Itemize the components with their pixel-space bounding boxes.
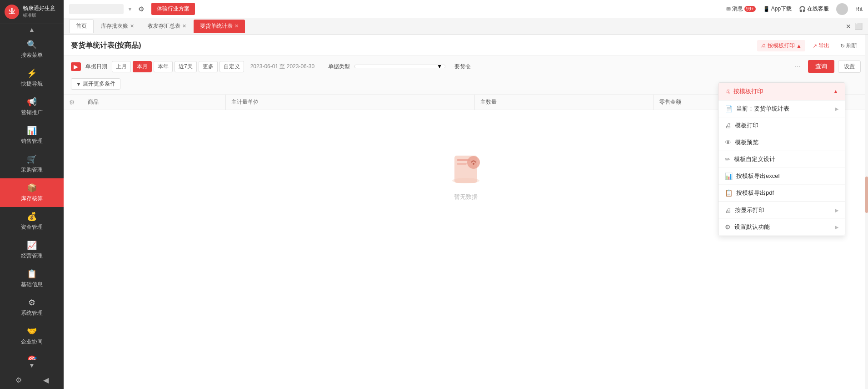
sidebar-scroll-down[interactable]: ▼ bbox=[0, 360, 64, 371]
tab-bar: 首页 库存批次账 ✕ 收发存汇总表 ✕ 要货单统计表 ✕ ✕ ⬜ bbox=[64, 18, 868, 35]
sidebar-item-basics[interactable]: 📋 基础信息 bbox=[0, 264, 64, 293]
message-icon: ✉ bbox=[726, 6, 731, 12]
window-maximize-btn[interactable]: ⬜ bbox=[855, 23, 863, 30]
dropdown-header: 🖨 按模板打印 ▲ bbox=[718, 83, 845, 101]
chevron-down-icon: ▼ bbox=[76, 81, 81, 87]
expand-conditions-btn[interactable]: ▼ 展开更多条件 bbox=[71, 78, 120, 90]
filter-row-1: ▶ 单据日期 上月 本月 本年 近7天 更多 自定义 2023-06-01 至 … bbox=[71, 60, 861, 73]
svg-point-4 bbox=[467, 156, 480, 169]
sidebar-item-sales[interactable]: 📊 销售管理 bbox=[0, 121, 64, 150]
date-label: 单据日期 bbox=[85, 63, 107, 71]
refresh-btn[interactable]: ↻ 刷新 bbox=[837, 40, 861, 51]
dropdown-export-excel[interactable]: 📊 按模板导出excel bbox=[718, 168, 845, 185]
sidebar-item-inventory[interactable]: 📦 库存核算 bbox=[0, 178, 64, 207]
dropdown-display-print[interactable]: 🖨 按显示打印 ▶ bbox=[718, 202, 845, 219]
message-btn[interactable]: ✉ 消息 99+ bbox=[726, 5, 756, 13]
sidebar: 业 畅康通好生意 标准版 ▲ 🔍 搜索菜单 ⚡ 快捷导航 📢 营销推广 📊 销售… bbox=[0, 0, 64, 389]
search-dropdown-arrow[interactable]: ▼ bbox=[127, 6, 133, 12]
topbar-search-input[interactable] bbox=[69, 4, 124, 14]
table-settings-icon[interactable]: ⚙ bbox=[69, 99, 75, 106]
right-scrollbar[interactable] bbox=[865, 35, 868, 389]
date-btn-custom[interactable]: 自定义 bbox=[219, 61, 244, 72]
marketing-icon: 📢 bbox=[27, 97, 37, 107]
pdf-icon: 📋 bbox=[725, 189, 733, 197]
empty-illustration bbox=[445, 147, 486, 187]
export-btn[interactable]: ↗ 导出 bbox=[809, 40, 833, 51]
current-template-arrow: ▶ bbox=[835, 106, 838, 112]
sidebar-item-marketing[interactable]: 📢 营销推广 bbox=[0, 92, 64, 121]
print-dropdown-btn[interactable]: 🖨 按模板打印 ▲ bbox=[757, 40, 805, 51]
sidebar-item-collab[interactable]: 🤝 企业协同 bbox=[0, 322, 64, 350]
message-badge: 99+ bbox=[744, 6, 756, 12]
dropdown-template-design[interactable]: ✏ 模板自定义设计 bbox=[718, 151, 845, 168]
basics-icon: 📋 bbox=[27, 269, 37, 279]
dropdown-set-default[interactable]: ⚙ 设置默认功能 ▶ bbox=[718, 219, 845, 236]
dropdown-collapse-icon[interactable]: ▲ bbox=[833, 88, 838, 95]
tab-close-inventory-batch[interactable]: ✕ bbox=[130, 23, 134, 29]
sidebar-scroll-up[interactable]: ▲ bbox=[0, 24, 64, 35]
sidebar-item-shortcuts[interactable]: ⚡ 快捷导航 bbox=[0, 64, 64, 92]
gear-icon[interactable]: ⚙ bbox=[138, 5, 144, 13]
dropdown-template-print[interactable]: 🖨 模板打印 bbox=[718, 117, 845, 134]
settings-button[interactable]: 设置 bbox=[838, 61, 861, 73]
logo-text: 畅康通好生意 标准版 bbox=[23, 5, 55, 19]
date-btn-more[interactable]: 更多 bbox=[199, 61, 218, 72]
tab-close-receipt-summary[interactable]: ✕ bbox=[182, 23, 186, 29]
sidebar-item-guide[interactable]: 🎯 新手引导 bbox=[0, 350, 64, 360]
dropdown-template-preview[interactable]: 👁 模板预览 bbox=[718, 134, 845, 151]
page-content-area: 要货单统计表(按商品) 🖨 按模板打印 ▲ ↗ 导出 ↻ 刷新 bbox=[64, 35, 868, 389]
sidebar-bottom: ⚙ ◀ bbox=[0, 371, 64, 389]
search-nav-icon: 🔍 bbox=[27, 40, 37, 50]
table-header-settings: ⚙ bbox=[64, 95, 82, 110]
current-template-icon: 📄 bbox=[725, 105, 733, 112]
chevron-right-icon: ▶ bbox=[74, 63, 78, 70]
date-btn-7days[interactable]: 近7天 bbox=[175, 61, 197, 72]
username-label[interactable]: Rit bbox=[855, 5, 863, 12]
display-print-arrow: ▶ bbox=[835, 207, 838, 213]
more-options-icon[interactable]: ··· bbox=[795, 62, 801, 71]
empty-text: 暂无数据 bbox=[454, 193, 478, 201]
date-btn-this-year[interactable]: 本年 bbox=[154, 61, 173, 72]
type-select[interactable]: ▼ bbox=[354, 65, 445, 68]
purchase-icon: 🛒 bbox=[27, 154, 37, 164]
tab-inventory-batch[interactable]: 库存批次账 ✕ bbox=[95, 20, 140, 33]
sidebar-logo: 业 畅康通好生意 标准版 bbox=[0, 0, 64, 24]
tab-close-order-stats[interactable]: ✕ bbox=[234, 23, 239, 29]
tab-home[interactable]: 首页 bbox=[69, 19, 94, 33]
page-header: 要货单统计表(按商品) 🖨 按模板打印 ▲ ↗ 导出 ↻ 刷新 bbox=[64, 35, 868, 56]
window-close-btn[interactable]: ✕ bbox=[846, 23, 851, 30]
window-controls: ✕ ⬜ bbox=[846, 23, 863, 30]
dropdown-export-pdf[interactable]: 📋 按模板导出pdf bbox=[718, 185, 845, 202]
date-btn-this-month[interactable]: 本月 bbox=[133, 61, 152, 72]
date-btn-last-month[interactable]: 上月 bbox=[112, 61, 131, 72]
app-download-btn[interactable]: 📱 App下载 bbox=[763, 5, 792, 13]
dropdown-header-left: 🖨 按模板打印 bbox=[725, 87, 763, 96]
guide-icon: 🎯 bbox=[27, 355, 37, 360]
user-avatar[interactable] bbox=[836, 3, 848, 15]
query-button[interactable]: 查询 bbox=[808, 60, 834, 73]
template-preview-icon: 👁 bbox=[725, 139, 731, 146]
dropdown-default-left: ⚙ 设置默认功能 bbox=[725, 223, 770, 231]
topbar-right: ✉ 消息 99+ 📱 App下载 🎧 在线客服 Rit bbox=[726, 3, 863, 15]
collapse-icon[interactable]: ◀ bbox=[43, 376, 49, 384]
tab-order-stats[interactable]: 要货单统计表 ✕ bbox=[194, 20, 245, 33]
filter-action-btns: ··· 查询 设置 bbox=[795, 60, 861, 73]
dropdown-current-template[interactable]: 📄 当前：要货单统计表 ▶ bbox=[718, 101, 845, 117]
sidebar-item-system[interactable]: ⚙ 系统管理 bbox=[0, 293, 64, 322]
dropdown-current-left: 📄 当前：要货单统计表 bbox=[725, 105, 789, 113]
sidebar-item-finance[interactable]: 💰 资金管理 bbox=[0, 207, 64, 236]
main-content: ▼ ⚙ 体验行业方案 ✉ 消息 99+ 📱 App下载 🎧 在线客服 Rit 首… bbox=[64, 0, 868, 389]
collab-icon: 🤝 bbox=[27, 326, 37, 336]
sidebar-item-purchase[interactable]: 🛒 采购管理 bbox=[0, 150, 64, 178]
trial-button[interactable]: 体验行业方案 bbox=[151, 3, 195, 15]
sidebar-item-operations[interactable]: 📈 经营管理 bbox=[0, 236, 64, 264]
filter-expand-arrow[interactable]: ▶ bbox=[71, 62, 81, 71]
sidebar-item-search[interactable]: 🔍 搜索菜单 bbox=[0, 35, 64, 64]
display-print-icon: 🖨 bbox=[725, 207, 731, 214]
online-service-btn[interactable]: 🎧 在线客服 bbox=[799, 5, 829, 13]
date-range-display: 2023-06-01 至 2023-06-30 bbox=[250, 63, 314, 71]
settings-bottom-icon[interactable]: ⚙ bbox=[15, 376, 22, 384]
sales-icon: 📊 bbox=[27, 126, 37, 136]
goods-label: 要货仓 bbox=[454, 63, 471, 71]
tab-receipt-summary[interactable]: 收发存汇总表 ✕ bbox=[141, 20, 193, 33]
